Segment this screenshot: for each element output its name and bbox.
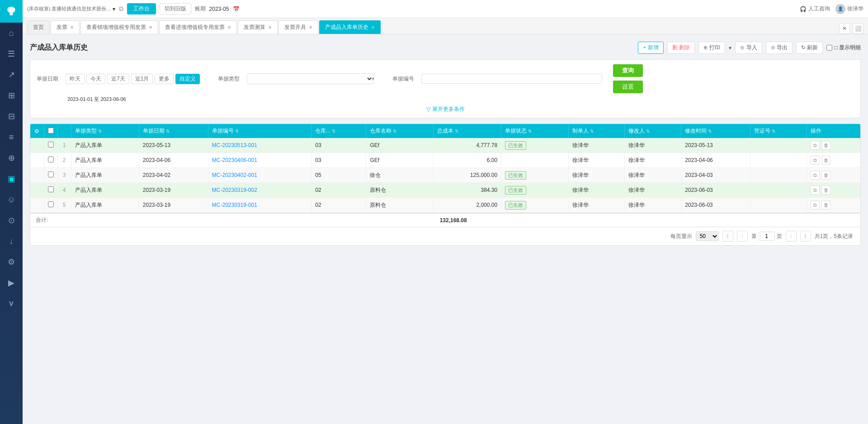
row-checkbox[interactable] <box>48 201 54 207</box>
action-edit-btn[interactable]: ⧉ <box>811 156 820 165</box>
tab-open-close[interactable]: ✕ <box>309 25 312 30</box>
th-code[interactable]: 单据编号⇅ <box>208 124 311 138</box>
delete-button[interactable]: 删 删除 <box>667 42 695 54</box>
print-dropdown-icon[interactable]: ▾ <box>729 45 731 51</box>
close-all-button[interactable]: ✕ <box>839 23 850 34</box>
row-checkbox[interactable] <box>48 172 54 177</box>
new-button[interactable]: + 新增 <box>638 42 663 54</box>
checkbox-all[interactable] <box>48 128 54 133</box>
sidebar-item-download[interactable]: ↓ <box>0 231 23 252</box>
sidebar-item-play[interactable]: ▶ <box>0 272 23 293</box>
sidebar-item-settings2[interactable]: ⊙ <box>0 210 23 231</box>
code-link[interactable]: MC-20230319-001 <box>212 202 257 208</box>
th-warehouse-code[interactable]: 仓库...⇅ <box>311 124 366 138</box>
code-link[interactable]: MC-20230319-002 <box>212 187 257 193</box>
page-input[interactable] <box>759 232 775 241</box>
sidebar-item-list[interactable]: ≡ <box>0 127 23 148</box>
th-modify-time[interactable]: 修改时间⇅ <box>681 124 750 138</box>
cell-checkbox[interactable] <box>44 138 57 153</box>
setting-button[interactable]: 设置 <box>613 81 643 93</box>
action-delete-btn[interactable]: 🗑 <box>821 141 830 150</box>
sidebar-item-chart[interactable]: ↗ <box>0 64 23 85</box>
tab-home[interactable]: 首页 <box>27 20 50 34</box>
sidebar-item-version[interactable]: V <box>0 293 23 314</box>
help-action[interactable]: 🎧 人工咨询 <box>800 5 830 13</box>
row-checkbox[interactable] <box>48 142 54 148</box>
th-warehouse-name[interactable]: 仓库名称⇅ <box>366 124 433 138</box>
th-total-cost[interactable]: 总成本⇅ <box>433 124 501 138</box>
row-checkbox[interactable] <box>48 186 54 192</box>
cell-code[interactable]: MC-20230513-001 <box>208 138 311 153</box>
th-type[interactable]: 单据类型⇅ <box>71 124 139 138</box>
sidebar-item-analysis[interactable]: ⊞ <box>0 85 23 106</box>
date-1month-btn[interactable]: 近1月 <box>131 74 153 84</box>
code-link[interactable]: MC-20230406-001 <box>212 157 257 163</box>
action-edit-btn[interactable]: ⧉ <box>811 171 820 180</box>
date-custom-btn[interactable]: 自定义 <box>175 74 200 84</box>
action-delete-btn[interactable]: 🗑 <box>821 156 830 165</box>
code-link[interactable]: MC-20230402-001 <box>212 172 257 178</box>
sidebar-item-print[interactable]: ⊕ <box>0 148 23 168</box>
show-detail-checkbox[interactable] <box>826 45 832 51</box>
company-selector[interactable]: (库存核算) 直播轻挑通信息技术股份... ▾ <box>27 5 115 12</box>
sidebar-item-person[interactable]: ☺ <box>0 189 23 210</box>
sidebar-item-home[interactable]: ⌂ <box>0 23 23 43</box>
sidebar-item-lock[interactable]: ⊟ <box>0 106 23 127</box>
th-settings[interactable]: ⚙ <box>30 124 44 138</box>
cell-code[interactable]: MC-20230406-001 <box>208 153 311 168</box>
cell-checkbox[interactable] <box>44 168 57 183</box>
tab-purchase-vat[interactable]: 查看进项增值税专用发票 ✕ <box>159 20 237 34</box>
switch-button[interactable]: 切到旧版 <box>160 3 191 14</box>
cell-checkbox[interactable] <box>44 183 57 198</box>
action-delete-btn[interactable]: 🗑 <box>821 186 830 195</box>
th-voucher[interactable]: 凭证号⇅ <box>750 124 807 138</box>
th-creator[interactable]: 制单人⇅ <box>568 124 625 138</box>
settings-gear-icon[interactable]: ⚙ <box>34 128 39 134</box>
date-more-btn[interactable]: 更多 <box>155 74 174 84</box>
tab-calc[interactable]: 发票测算 ✕ <box>238 20 278 34</box>
maximize-button[interactable]: ⬜ <box>853 23 863 34</box>
import-button[interactable]: ⊙ 导入 <box>735 42 762 54</box>
tab-purchase-vat-close[interactable]: ✕ <box>227 25 231 30</box>
page-prev-btn[interactable]: ‹ <box>737 231 748 242</box>
tab-invoice[interactable]: 发票 ✕ <box>51 20 80 34</box>
action-edit-btn[interactable]: ⧉ <box>811 141 820 150</box>
num-filter-input[interactable] <box>421 74 602 84</box>
cell-checkbox[interactable] <box>44 198 57 213</box>
show-detail-label[interactable]: □ 显示明细 <box>826 44 861 52</box>
action-edit-btn[interactable]: ⧉ <box>811 186 820 195</box>
export-button[interactable]: ⊙ 导出 <box>766 42 793 54</box>
page-last-btn[interactable]: ⟫ <box>800 231 811 242</box>
tab-sales-vat-close[interactable]: ✕ <box>149 25 152 30</box>
action-delete-btn[interactable]: 🗑 <box>821 200 830 210</box>
page-first-btn[interactable]: ⟪ <box>722 231 733 242</box>
expand-more-btn[interactable]: ▽ 展开更多条件 <box>37 105 854 113</box>
page-size-select[interactable]: 20 50 100 <box>696 231 719 241</box>
query-button[interactable]: 查询 <box>613 64 643 77</box>
th-status[interactable]: 单据状态⇅ <box>501 124 568 138</box>
type-filter-select[interactable] <box>247 73 373 84</box>
code-link[interactable]: MC-20230513-001 <box>212 142 257 148</box>
cell-checkbox[interactable] <box>44 153 57 168</box>
tab-product-history-close[interactable]: ✕ <box>371 25 375 30</box>
tab-open[interactable]: 发票开具 ✕ <box>278 20 318 34</box>
page-next-btn[interactable]: › <box>786 231 797 242</box>
date-yesterday-btn[interactable]: 昨天 <box>66 74 85 84</box>
cell-code[interactable]: MC-20230319-002 <box>208 183 311 198</box>
sidebar-item-gear[interactable]: ⚙ <box>0 252 23 272</box>
tab-invoice-close[interactable]: ✕ <box>70 25 74 30</box>
date-7days-btn[interactable]: 近7天 <box>107 74 129 84</box>
row-checkbox[interactable] <box>48 157 54 162</box>
cell-code[interactable]: MC-20230319-001 <box>208 198 311 213</box>
sidebar-item-doc[interactable]: ☰ <box>0 43 23 64</box>
sidebar-item-inventory[interactable]: ▣ <box>0 168 23 189</box>
print-button[interactable]: ⊕ 打印 <box>698 42 725 54</box>
th-date[interactable]: 单据日期⇅ <box>139 124 208 138</box>
workstation-button[interactable]: 工作台 <box>127 3 156 14</box>
tab-sales-vat[interactable]: 查看销项增值税专用发票 ✕ <box>80 20 158 34</box>
action-delete-btn[interactable]: 🗑 <box>821 171 830 180</box>
date-today-btn[interactable]: 今天 <box>86 74 105 84</box>
cell-code[interactable]: MC-20230402-001 <box>208 168 311 183</box>
tab-calc-close[interactable]: ✕ <box>268 25 272 30</box>
user-info[interactable]: 👤 徐泽华 <box>835 4 863 14</box>
